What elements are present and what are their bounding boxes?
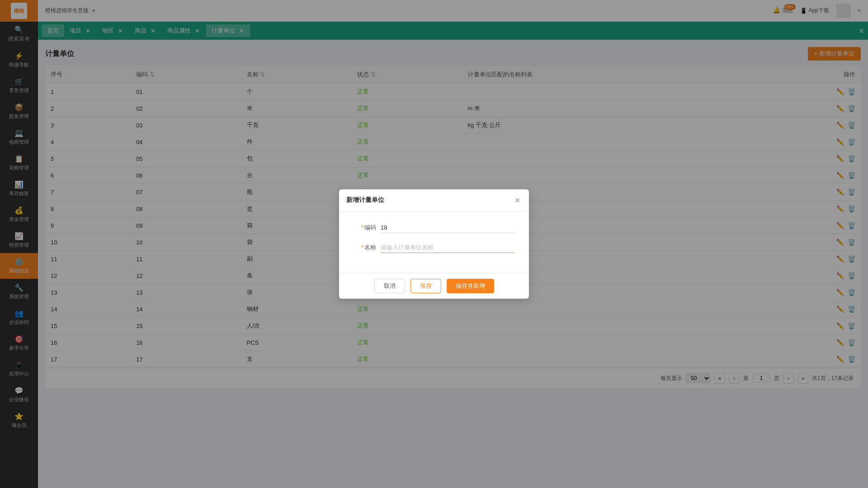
dialog-header: 新增计量单位 ✕ (339, 189, 529, 211)
form-row-code: *编码 (354, 222, 514, 233)
dialog-footer: 取消 保存 保存并新增 (339, 273, 529, 299)
add-unit-dialog: 新增计量单位 ✕ *编码 *名称 取消 保存 保存并新增 (339, 189, 529, 299)
dialog-title: 新增计量单位 (346, 196, 384, 204)
code-input[interactable] (381, 222, 514, 233)
dialog-body: *编码 *名称 (339, 211, 529, 273)
save-button[interactable]: 保存 (410, 279, 441, 293)
name-label: *名称 (354, 244, 381, 252)
cancel-button[interactable]: 取消 (374, 279, 405, 293)
save-and-new-button[interactable]: 保存并新增 (447, 279, 494, 293)
form-row-name: *名称 (354, 242, 514, 253)
dialog-overlay[interactable]: 新增计量单位 ✕ *编码 *名称 取消 保存 保存并新增 (0, 0, 868, 488)
code-label: *编码 (354, 224, 381, 232)
dialog-close-button[interactable]: ✕ (513, 196, 522, 205)
name-input[interactable] (381, 242, 514, 253)
